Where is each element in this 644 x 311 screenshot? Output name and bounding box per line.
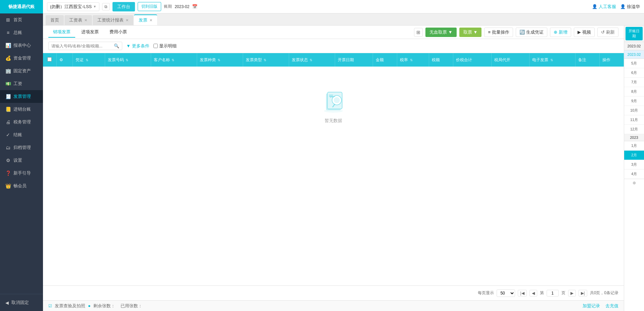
recharge-link[interactable]: 去充值	[605, 303, 618, 309]
close-icon[interactable]: ✕	[149, 18, 152, 23]
sub-tab-sales-invoice[interactable]: 销项发票	[48, 27, 75, 38]
period-month-5[interactable]: 5月	[624, 59, 644, 68]
table-header-electronic: 电子发票 ⇅	[530, 53, 576, 67]
period-month-12[interactable]: 12月	[624, 125, 644, 134]
sidebar-item-payroll[interactable]: 💵 工资	[0, 77, 43, 90]
page-input[interactable]	[547, 290, 559, 297]
sidebar-item-invoice[interactable]: 🧾 发票管理	[0, 90, 43, 103]
refresh-button[interactable]: ↺ 刷新	[597, 28, 618, 37]
search-input-wrap: 🔍	[48, 42, 122, 50]
tab-invoice[interactable]: 发票 ✕	[134, 14, 157, 25]
unpin-icon: ◀	[5, 300, 9, 305]
last-page-button[interactable]: ▶|	[579, 290, 587, 297]
sidebar-item-label: 报表中心	[13, 42, 31, 48]
sub-tabs-bar: 销项发票 进项发票 费用小票 ⊞ 无血取票 ▼ 取票 ▼ ≡	[43, 26, 624, 39]
sidebar-item-guide[interactable]: ❓ 新手引导	[0, 167, 43, 180]
display-detail-label: 显示明细	[159, 43, 177, 49]
more-filter-button[interactable]: ▼ 更多条件	[126, 43, 149, 49]
tab-payroll[interactable]: 工资表 ✕	[64, 15, 92, 25]
copy-button[interactable]: ⧉	[102, 3, 110, 10]
search-icon[interactable]: 🔍	[114, 43, 119, 48]
table-header-tax-bureau: 税局代开	[491, 53, 530, 67]
sidebar-item-assets[interactable]: 🏢 固定资产	[0, 65, 43, 77]
per-page-label: 每页显示	[478, 290, 494, 296]
table-header-status: 发票状态 ⇅	[289, 53, 335, 67]
period-month-3[interactable]: 3月	[624, 160, 644, 169]
table-header-settings[interactable]: ⚙	[56, 53, 73, 67]
tax-icon: 🖨	[5, 119, 11, 125]
guide-icon: ❓	[5, 170, 11, 176]
batch-ops-button[interactable]: ≡ 批量操作	[484, 28, 513, 37]
period-month-7[interactable]: 7月	[624, 78, 644, 87]
display-detail-checkbox[interactable]	[153, 44, 158, 48]
tab-label: 发票	[139, 17, 147, 23]
topbar: (勿删）江西股宝-LSS ▼ ⧉ 工作台 切到旧版 账期 2023-02 📅 👤…	[43, 0, 644, 13]
page-unit: 页	[561, 290, 565, 296]
sidebar-item-tax[interactable]: 🖨 税务管理	[0, 116, 43, 128]
sidebar-item-member[interactable]: 👑 畅会员	[0, 180, 43, 192]
sidebar-item-finance[interactable]: 💰 资金管理	[0, 52, 43, 65]
batch-ops-label: 批量操作	[492, 29, 509, 35]
service-label: 人工客服	[599, 4, 616, 10]
grid-view-button[interactable]: ⊞	[414, 28, 423, 37]
period-2023-02-second[interactable]: 2023.02	[624, 50, 644, 59]
close-icon[interactable]: ✕	[84, 18, 87, 23]
refresh-icon: ↺	[601, 30, 605, 35]
period-month-9[interactable]: 9月	[624, 96, 644, 106]
sidebar-item-ledger[interactable]: ≡ 总账	[0, 26, 43, 39]
unpin-button[interactable]: ◀ 取消固定	[0, 297, 43, 308]
per-page-select[interactable]: 50 100 200	[497, 289, 515, 297]
period-month-6[interactable]: 6月	[624, 68, 644, 78]
period-month-2[interactable]: 2月	[624, 151, 644, 160]
period-scroll-down[interactable]: ⊕	[624, 179, 644, 187]
sidebar-item-archive[interactable]: 🗂 归档管理	[0, 141, 43, 154]
table-header-invoice-category: 发票类型 ⇅	[243, 53, 289, 67]
dropdown-icon: ▼	[448, 30, 453, 35]
first-page-button[interactable]: |◀	[518, 290, 526, 297]
company-name: (勿删）江西股宝-LSS	[50, 4, 92, 10]
period-month-8[interactable]: 8月	[624, 87, 644, 96]
period-month-1[interactable]: 1月	[624, 141, 644, 151]
table-header-checkbox[interactable]	[43, 53, 56, 67]
period-month-11[interactable]: 11月	[624, 115, 644, 125]
ledger-icon: ≡	[5, 30, 11, 35]
next-page-button[interactable]: ▶	[568, 290, 576, 297]
sidebar-item-reports[interactable]: 📊 报表中心	[0, 39, 43, 52]
take-ticket-button[interactable]: 取票 ▼	[459, 28, 482, 37]
period-2023-02-first[interactable]: 2023.02	[624, 42, 644, 50]
sidebar-item-checkout[interactable]: ✓ 结账	[0, 128, 43, 141]
user-menu[interactable]: 👤 徐溢华	[620, 4, 640, 10]
select-all-checkbox[interactable]	[47, 57, 52, 62]
table-header-invoice-no: 发票号码 ⇅	[105, 53, 151, 67]
app-logo: 畅捷通易代账	[0, 0, 43, 13]
period-month-10[interactable]: 10月	[624, 106, 644, 115]
video-label: 视频	[582, 29, 591, 35]
period-month-4[interactable]: 4月	[624, 169, 644, 179]
open-period-button[interactable]: 开账日期	[626, 27, 643, 40]
table-header-remark: 备注	[576, 53, 600, 67]
new-button[interactable]: ⊕ 新增	[550, 28, 571, 37]
sidebar-item-sales-ledger[interactable]: 📒 进销台账	[0, 103, 43, 116]
tab-home[interactable]: 首页	[46, 15, 64, 25]
tab-payroll-stats[interactable]: 工资统计报表 ✕	[93, 15, 133, 25]
sub-tab-purchase-invoice[interactable]: 进项发票	[77, 27, 103, 38]
customer-service-button[interactable]: 👤 人工客服	[592, 4, 616, 10]
sidebar-item-home[interactable]: ⊞ 首页	[0, 13, 43, 26]
close-icon[interactable]: ✕	[126, 18, 129, 23]
sidebar-item-label: 畅会员	[13, 183, 27, 189]
calendar-icon[interactable]: 📅	[192, 4, 197, 9]
search-input[interactable]	[51, 44, 112, 48]
no-ticket-button[interactable]: 无血取票 ▼	[425, 28, 457, 37]
prev-page-button[interactable]: ◀	[530, 290, 537, 297]
switch-version-button[interactable]: 切到旧版	[138, 2, 161, 11]
join-record-link[interactable]: 加盟记录	[583, 303, 600, 309]
period-year-2023: 2023	[624, 134, 644, 141]
workbench-button[interactable]: 工作台	[112, 2, 135, 11]
sub-tab-expense-receipt[interactable]: 费用小票	[105, 27, 132, 38]
sidebar-item-label: 结账	[13, 132, 22, 138]
video-button[interactable]: ▶ 视频	[574, 28, 595, 37]
sidebar-item-settings[interactable]: ⚙ 设置	[0, 154, 43, 167]
generate-voucher-button[interactable]: 🔄 生成凭证	[516, 28, 547, 37]
company-selector[interactable]: (勿删）江西股宝-LSS ▼	[47, 2, 99, 11]
table-header-customer: 客户名称 ⇅	[151, 53, 197, 67]
